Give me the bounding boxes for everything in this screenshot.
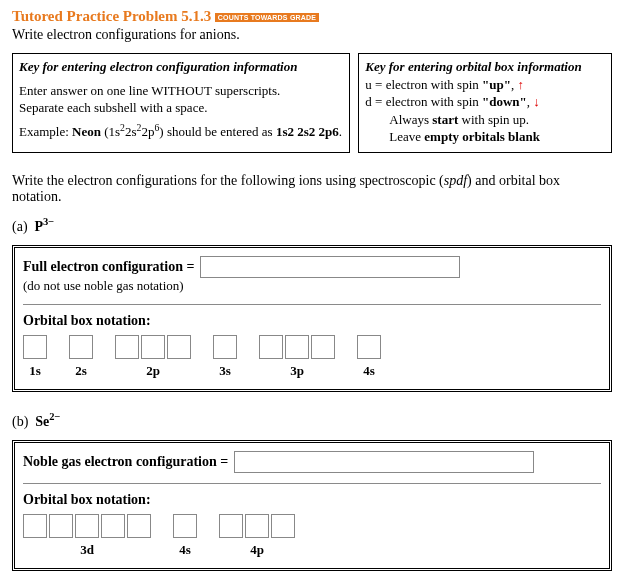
noble-gas-config-label: Noble gas electron configuration = [23, 454, 228, 470]
orbital-label: 3s [219, 363, 231, 379]
orbital-notation-label-b: Orbital box notation: [23, 492, 601, 508]
orbital-group-3d: 3d [23, 514, 151, 558]
key-orbital-u: u = electron with spin "up", ↑ [365, 76, 605, 94]
orbital-box-input[interactable] [271, 514, 295, 538]
orbital-box-input[interactable] [69, 335, 93, 359]
orbital-label: 3d [80, 542, 94, 558]
orbital-box-input[interactable] [285, 335, 309, 359]
key-orbital-blank: Leave empty orbitals blank [365, 128, 605, 146]
part-a-box: Full electron configuration = (do not us… [12, 245, 612, 392]
part-b-label: (b) Se2− [12, 414, 612, 430]
orbital-group-4s: 4s [173, 514, 197, 558]
orbital-group-4p: 4p [219, 514, 295, 558]
key-config-box: Key for entering electron configuration … [12, 53, 350, 153]
key-config-line1: Enter answer on one line WITHOUT supersc… [19, 82, 343, 100]
full-config-label: Full electron configuration = [23, 259, 194, 275]
orbital-notation-label-a: Orbital box notation: [23, 313, 601, 329]
problem-header: Tutored Practice Problem 5.1.3 COUNTS TO… [12, 8, 612, 25]
orbital-group-3s: 3s [213, 335, 237, 379]
key-row: Key for entering electron configuration … [12, 53, 612, 153]
key-orbital-d: d = electron with spin "down", ↓ [365, 93, 605, 111]
arrow-up-icon: ↑ [517, 77, 524, 92]
orbital-box-input[interactable] [75, 514, 99, 538]
key-orbital-box: Key for entering orbital box information… [358, 53, 612, 153]
orbital-row-a: 1s2s2p3s3p4s [23, 335, 601, 379]
divider [23, 304, 601, 305]
full-config-note: (do not use noble gas notation) [23, 278, 184, 294]
problem-subtitle: Write electron configurations for anions… [12, 27, 612, 43]
orbital-label: 3p [290, 363, 304, 379]
orbital-box-input[interactable] [219, 514, 243, 538]
orbital-label: 4s [363, 363, 375, 379]
key-orbital-start: Always start with spin up. [365, 111, 605, 129]
arrow-down-icon: ↓ [533, 94, 540, 109]
part-b-ngec-row: Noble gas electron configuration = [23, 451, 601, 473]
orbital-label: 4s [179, 542, 191, 558]
grade-badge: COUNTS TOWARDS GRADE [215, 13, 319, 22]
orbital-label: 1s [29, 363, 41, 379]
orbital-group-2s: 2s [69, 335, 93, 379]
orbital-box-input[interactable] [127, 514, 151, 538]
full-config-input[interactable] [200, 256, 460, 278]
orbital-row-b: 3d4s4p [23, 514, 601, 558]
orbital-box-input[interactable] [141, 335, 165, 359]
orbital-group-2p: 2p [115, 335, 191, 379]
orbital-label: 2p [146, 363, 160, 379]
noble-gas-config-input[interactable] [234, 451, 534, 473]
orbital-box-input[interactable] [311, 335, 335, 359]
orbital-box-input[interactable] [173, 514, 197, 538]
orbital-group-4s: 4s [357, 335, 381, 379]
orbital-box-input[interactable] [167, 335, 191, 359]
orbital-box-input[interactable] [115, 335, 139, 359]
orbital-group-3p: 3p [259, 335, 335, 379]
orbital-group-1s: 1s [23, 335, 47, 379]
key-config-title: Key for entering electron configuration … [19, 58, 343, 76]
key-config-line2: Separate each subshell with a space. [19, 99, 343, 117]
part-a-label: (a) P3− [12, 219, 612, 235]
orbital-box-input[interactable] [23, 514, 47, 538]
orbital-box-input[interactable] [101, 514, 125, 538]
orbital-box-input[interactable] [259, 335, 283, 359]
orbital-box-input[interactable] [213, 335, 237, 359]
orbital-box-input[interactable] [245, 514, 269, 538]
key-config-example: Example: Neon (1s22s22p6) should be ente… [19, 123, 343, 141]
orbital-label: 4p [250, 542, 264, 558]
part-a-fec-row: Full electron configuration = (do not us… [23, 256, 601, 294]
orbital-label: 2s [75, 363, 87, 379]
orbital-box-input[interactable] [23, 335, 47, 359]
divider [23, 483, 601, 484]
instruction-text: Write the electron configurations for th… [12, 173, 612, 205]
problem-title: Tutored Practice Problem 5.1.3 [12, 8, 211, 24]
part-b-box: Noble gas electron configuration = Orbit… [12, 440, 612, 571]
orbital-box-input[interactable] [357, 335, 381, 359]
orbital-box-input[interactable] [49, 514, 73, 538]
key-orbital-title: Key for entering orbital box information [365, 58, 605, 76]
